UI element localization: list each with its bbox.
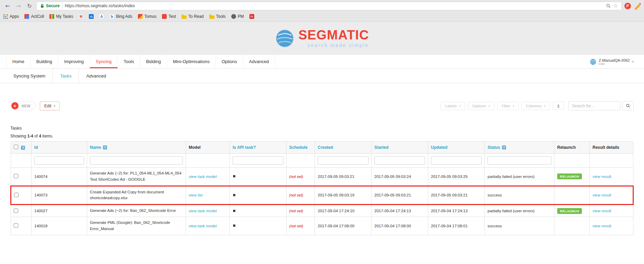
filter-cell-started: [372, 154, 428, 168]
results-summary: Showing 1-4 of 4 items.: [10, 134, 634, 139]
row-checkbox[interactable]: [14, 223, 18, 228]
sort-status-link[interactable]: Status: [488, 145, 500, 150]
filter-input-api[interactable]: [233, 156, 283, 165]
row-checkbox[interactable]: [14, 208, 18, 213]
relaunch-button[interactable]: RELAUNCH: [557, 208, 582, 214]
bookmark-gmail[interactable]: M: [79, 14, 83, 19]
pencil-extension-icon[interactable]: [634, 2, 641, 10]
chevron-down-icon: ▾: [544, 104, 546, 108]
view-task-model-link[interactable]: view task model: [189, 175, 217, 179]
filter-dropdown[interactable]: Filter ▾: [497, 102, 519, 110]
nav-item-building[interactable]: Building: [31, 55, 58, 68]
view-result-link[interactable]: view result: [593, 193, 611, 197]
header-relaunch: Relaunch: [554, 142, 590, 154]
nav-item-advanced[interactable]: Advanced: [243, 55, 275, 68]
row-checkbox[interactable]: [14, 174, 18, 178]
bookmark-calendar[interactable]: 31: [89, 14, 94, 19]
labels-dropdown[interactable]: Labels ▾: [441, 102, 465, 110]
search-input[interactable]: [568, 101, 620, 110]
bookmark-tc[interactable]: TC: [249, 14, 254, 19]
download-button[interactable]: [553, 101, 564, 110]
summary-text: items.: [41, 134, 53, 139]
back-icon[interactable]: ←: [3, 2, 12, 10]
view-list-link[interactable]: view list: [189, 193, 202, 197]
filter-cell-status: [485, 154, 554, 168]
cell-id: 140027: [32, 205, 87, 217]
bookmark-test[interactable]: Test: [162, 14, 176, 19]
forward-icon[interactable]: →: [14, 2, 23, 10]
segmatic-logo[interactable]: SEGMATIC search made simple: [275, 28, 369, 48]
main-nav: Home Building Improving Syncing Tools Bi…: [0, 55, 644, 69]
summary-text: Showing: [10, 134, 27, 139]
nav-item-bidding[interactable]: Bidding: [140, 55, 167, 68]
subnav-item-syncing-system[interactable]: Syncing System: [6, 69, 52, 83]
nav-item-syncing[interactable]: Syncing: [90, 55, 118, 68]
bookmark-actcoll[interactable]: ActColl: [24, 14, 44, 19]
filter-input-updated[interactable]: [431, 156, 482, 165]
bookmark-tomus[interactable]: Tomus: [138, 14, 156, 19]
options-dropdown[interactable]: Options ▾: [468, 102, 494, 110]
sort-name-link[interactable]: Name: [90, 145, 101, 150]
cell-updated: 2017-09-04 17:08:01: [428, 217, 485, 235]
bookmark-analytics[interactable]: A: [99, 14, 104, 19]
nav-item-options[interactable]: Options: [216, 55, 243, 68]
filter-input-name[interactable]: [90, 156, 183, 165]
sort-schedule-link[interactable]: Schedule: [289, 145, 307, 150]
address-bar[interactable]: Secure https://tomus.segmatic.io/tasks/i…: [36, 2, 622, 10]
help-icon[interactable]: ?: [502, 145, 506, 149]
search-button[interactable]: [622, 101, 634, 110]
bookmark-star-icon[interactable]: ☆: [613, 3, 618, 9]
sort-started-link[interactable]: Started: [374, 145, 388, 150]
edit-button[interactable]: Edit ▾: [40, 101, 60, 110]
test-favicon: [162, 14, 167, 19]
nav-item-home[interactable]: Home: [6, 55, 31, 68]
bookmark-label: Apps: [10, 14, 19, 19]
nav-item-mini-optimisations[interactable]: Mini-Optimisations: [167, 55, 216, 68]
filter-input-created[interactable]: [318, 156, 368, 165]
view-result-link[interactable]: view result: [593, 175, 611, 179]
secure-chip[interactable]: Secure: [40, 3, 60, 8]
filter-cell-name: [87, 154, 186, 168]
subnav-item-advanced[interactable]: Advanced: [79, 69, 113, 83]
filter-input-status[interactable]: [488, 156, 551, 165]
cross-icon: ✖: [233, 209, 236, 213]
header-name: Name?: [87, 142, 186, 154]
bookmark-apps[interactable]: Apps: [3, 14, 19, 19]
sort-api-link[interactable]: Is API task?: [233, 145, 256, 150]
user-menu[interactable]: Z-ManualQA-#062 #280 ▾: [590, 55, 634, 69]
filter-input-started[interactable]: [374, 156, 425, 165]
refresh-icon[interactable]: ↻: [25, 2, 34, 10]
header-id: Id: [32, 142, 87, 154]
view-task-model-link[interactable]: view task model: [189, 224, 217, 228]
extension-p-icon[interactable]: P: [624, 3, 631, 9]
bookmark-tools[interactable]: Tools: [209, 14, 226, 19]
view-result-link[interactable]: view result: [593, 224, 611, 228]
cell-id: 140018: [32, 217, 87, 235]
select-all-checkbox[interactable]: [14, 145, 18, 149]
zoom-icon[interactable]: [606, 3, 611, 8]
sort-id-link[interactable]: Id: [34, 145, 38, 150]
sort-created-link[interactable]: Created: [318, 145, 333, 150]
sort-updated-link[interactable]: Updated: [431, 145, 447, 150]
url-text[interactable]: https://tomus.segmatic.io/tasks/index: [65, 3, 604, 8]
help-icon[interactable]: ?: [103, 145, 107, 149]
nav-item-improving[interactable]: Improving: [58, 55, 90, 68]
table-row: 140074 Generate Ads (~2) for: PL1_054-ML…: [11, 168, 633, 186]
bookmark-label: Bing Ads: [116, 14, 132, 19]
view-task-model-link[interactable]: view task model: [189, 209, 217, 213]
bookmark-my-tasks[interactable]: My Tasks: [49, 14, 73, 19]
subnav-item-tasks[interactable]: Tasks: [52, 69, 79, 83]
nav-item-tools[interactable]: Tools: [118, 55, 140, 68]
filter-input-id[interactable]: [34, 156, 84, 165]
view-result-link[interactable]: view result: [593, 209, 611, 213]
bookmark-bing-ads[interactable]: b Bing Ads: [109, 14, 132, 19]
apps-grid-icon: [3, 14, 8, 19]
columns-dropdown[interactable]: Columns ▾: [522, 102, 550, 110]
bookmark-to-read[interactable]: To Read: [182, 14, 204, 19]
relaunch-button[interactable]: RELAUNCH: [557, 173, 582, 179]
bookmark-pm[interactable]: PM: [231, 14, 244, 19]
cell-started: 2017-09-05 09:03:24: [372, 168, 428, 186]
help-icon[interactable]: ?: [21, 146, 25, 150]
new-button[interactable]: + NEW: [10, 101, 36, 110]
row-checkbox[interactable]: [14, 193, 19, 197]
